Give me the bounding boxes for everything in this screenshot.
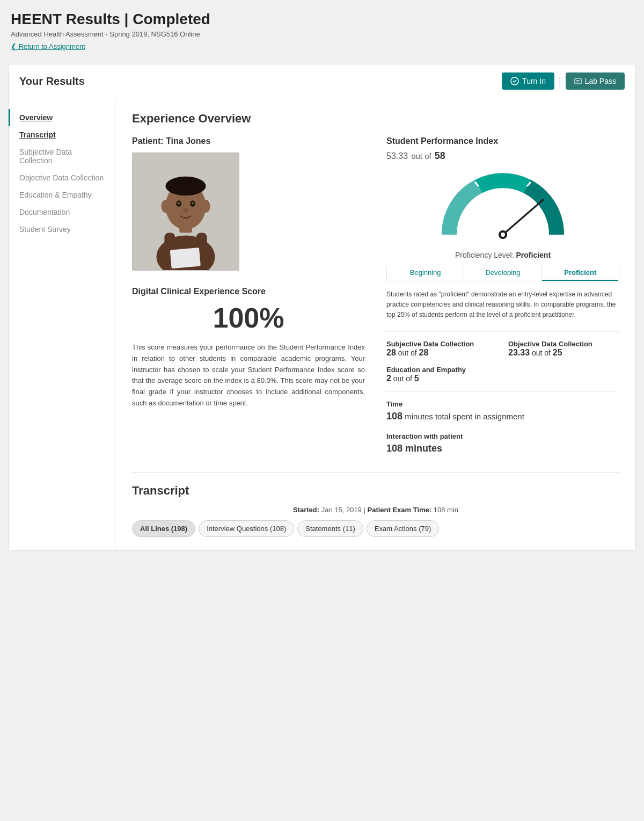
proficiency-description: Students rated as "proficient" demonstra… [386,289,619,321]
svg-point-13 [165,177,206,196]
svg-point-11 [192,202,194,204]
education-label: Education and Empathy [386,366,497,374]
sidebar-item-subjective[interactable]: Subjective Data Collection [9,143,115,169]
transcript-tab-exam[interactable]: Exam Actions (79) [367,520,440,537]
prof-tab-developing[interactable]: Developing [464,265,541,281]
time-total: 108 minutes total spent in assignment [386,411,619,422]
button-divider: | [559,76,561,87]
time-section: Time 108 minutes total spent in assignme… [386,400,619,454]
sidebar-item-survey[interactable]: Student Survey [9,221,115,238]
transcript-section: Transcript Started: Jan 15, 2019 | Patie… [132,472,619,537]
sidebar-item-documentation[interactable]: Documentation [9,204,115,221]
gauge-chart [438,170,567,245]
transcript-title: Transcript [132,484,619,498]
page-subtitle: Advanced Health Assessment - Spring 2019… [11,30,633,38]
interaction-value: 108 minutes [386,443,619,454]
turn-in-icon [510,77,519,85]
proficiency-label: Proficiency Level: Proficient [386,251,619,259]
sidebar-item-education[interactable]: Education & Empathy [9,186,115,204]
svg-point-15 [202,200,210,213]
section-title: Experience Overview [132,112,619,126]
dce-description: This score measures your performance on … [132,342,365,409]
sidebar: Overview Transcript Subjective Data Coll… [9,98,116,550]
education-score: 2 out of 5 [386,374,497,383]
interaction-label: Interaction with patient [386,432,619,440]
time-label: Time [386,400,619,408]
dce-score: 100% [132,302,365,334]
patient-avatar [132,152,239,271]
spi-score: 53.33 out of 58 [386,148,619,162]
patient-name: Patient: Tina Jones [132,136,365,146]
dce-title: Digital Clinical Experience Score [132,287,365,296]
transcript-meta: Started: Jan 15, 2019 | Patient Exam Tim… [132,506,619,514]
return-to-assignment-link[interactable]: Return to Assignment [11,42,85,50]
subjective-label: Subjective Data Collection [386,340,497,348]
sidebar-item-objective[interactable]: Objective Data Collection [9,169,115,186]
prof-tab-proficient[interactable]: Proficient [542,265,619,281]
sidebar-item-transcript[interactable]: Transcript [9,126,115,143]
subjective-score: 28 out of 28 [386,348,497,358]
turn-in-button[interactable]: Turn In [502,72,554,90]
lab-pass-icon [574,77,582,85]
objective-label: Objective Data Collection [508,340,619,348]
objective-score: 23.33 out of 25 [508,348,619,358]
sidebar-item-overview[interactable]: Overview [9,109,115,126]
transcript-tab-all[interactable]: All Lines (198) [132,520,195,537]
transcript-tab-statements[interactable]: Statements (11) [297,520,363,537]
svg-line-21 [503,200,543,235]
page-title: HEENT Results | Completed [11,11,633,28]
transcript-tab-interview[interactable]: Interview Questions (108) [199,520,294,537]
prof-tab-beginning[interactable]: Beginning [387,265,464,281]
svg-rect-18 [170,248,201,268]
results-card-title: Your Results [19,75,85,88]
svg-rect-1 [575,78,581,84]
lab-pass-button[interactable]: Lab Pass [566,72,625,90]
proficiency-tabs: Beginning Developing Proficient [386,265,619,281]
svg-point-14 [161,200,170,213]
score-grid: Subjective Data Collection 28 out of 28 … [386,340,619,383]
transcript-tabs: All Lines (198) Interview Questions (108… [132,520,619,537]
svg-point-10 [178,202,180,204]
spi-title: Student Performance Index [386,136,619,146]
svg-point-12 [183,208,188,213]
svg-point-23 [501,233,505,237]
